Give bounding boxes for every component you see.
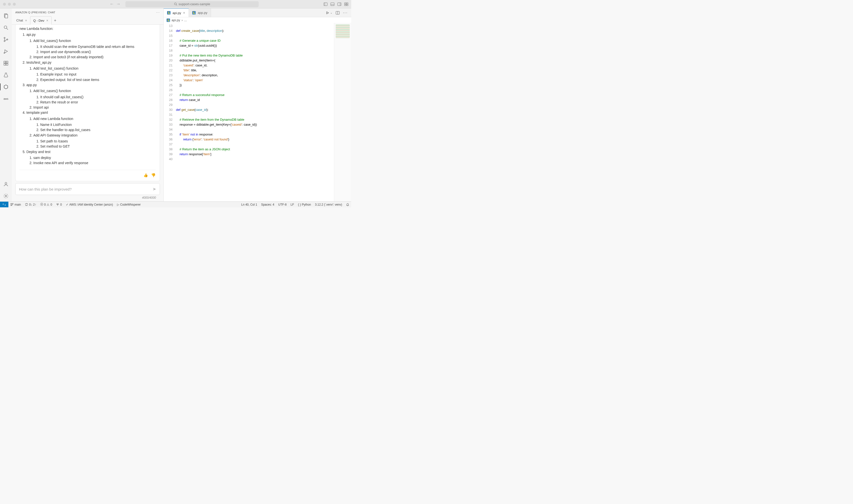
- editor-more-icon[interactable]: ···: [343, 11, 348, 15]
- plan-item: Add test_list_cases() functionExample in…: [33, 66, 156, 82]
- plan-item: Name it ListFunction: [40, 122, 156, 127]
- search-text: support-cases-sample: [179, 2, 210, 6]
- customize-layout-icon[interactable]: [344, 2, 348, 6]
- chevron-right-icon: ›: [182, 18, 183, 22]
- editor-tab-api[interactable]: 🐍 api.py ×: [164, 8, 189, 17]
- warning-icon: ⚠: [47, 203, 49, 206]
- status-bar: main 0↓ 2↑ ⓧ0 ⚠0 0 ✓ AWS: IAM Identity C…: [0, 201, 351, 207]
- chat-tab-label: Q - Dev: [33, 19, 44, 22]
- testing-icon[interactable]: [0, 70, 12, 80]
- minimap[interactable]: [334, 23, 351, 201]
- svg-point-26: [5, 182, 7, 184]
- thumbs-down-icon[interactable]: 👎: [151, 173, 156, 178]
- line-number-gutter: 1314151617181920212223242526272829303132…: [164, 23, 176, 201]
- editor-tab-app[interactable]: 🐍 app.py: [189, 8, 211, 17]
- chat-input-box[interactable]: ➤: [15, 183, 160, 195]
- plan-item: api.pyAdd list_cases() functionIt should…: [26, 32, 156, 59]
- chat-tab-label: Chat: [16, 19, 23, 22]
- git-branch-status[interactable]: main: [8, 203, 23, 206]
- plan-item: Add new Lambda functionName it ListFunct…: [33, 116, 156, 132]
- plan-item: Deploy and testsam deployInvoke new API …: [26, 149, 156, 166]
- remote-indicator[interactable]: [0, 202, 8, 208]
- plan-item: Set the handler to app.list_cases: [40, 127, 156, 132]
- close-icon[interactable]: ×: [46, 19, 48, 22]
- editor-actions: ⌄ ···: [326, 8, 351, 17]
- run-debug-icon[interactable]: [0, 46, 12, 57]
- toggle-primary-sidebar-icon[interactable]: [324, 2, 328, 6]
- eol-status[interactable]: LF: [289, 203, 296, 206]
- run-dropdown-icon[interactable]: ⌄: [330, 11, 332, 14]
- command-center-search[interactable]: support-cases-sample: [125, 1, 259, 7]
- aws-connection-status[interactable]: ✓ AWS: IAM Identity Center (amzn): [64, 203, 115, 206]
- run-button[interactable]: [326, 11, 329, 15]
- editor-tab-label: api.py: [173, 11, 181, 15]
- play-icon: ▷: [117, 203, 119, 206]
- sync-icon: [25, 203, 28, 206]
- minimize-window-button[interactable]: [8, 3, 11, 6]
- char-count: 4000/4000: [15, 195, 160, 199]
- svg-point-17: [4, 40, 5, 42]
- toggle-secondary-sidebar-icon[interactable]: [338, 2, 341, 6]
- svg-point-27: [5, 195, 7, 197]
- chat-message: new Lambda function: api.pyAdd list_case…: [15, 25, 160, 181]
- svg-rect-13: [5, 15, 8, 18]
- svg-point-32: [11, 205, 12, 205]
- send-icon[interactable]: ➤: [152, 186, 156, 192]
- indentation-status[interactable]: Spaces: 4: [259, 203, 276, 206]
- codewhisperer-status[interactable]: ▷ CodeWhisperer: [115, 203, 143, 206]
- svg-marker-28: [327, 12, 328, 14]
- python-interpreter[interactable]: 3.12.2 ('.venv': venv): [313, 203, 344, 206]
- close-icon[interactable]: ×: [183, 11, 185, 15]
- svg-line-15: [7, 29, 8, 30]
- chat-message-list[interactable]: new Lambda function: api.pyAdd list_case…: [12, 25, 163, 182]
- plan-item: Add API Gateway integrationSet path to /…: [33, 133, 156, 149]
- notifications-icon[interactable]: [344, 203, 351, 206]
- split-editor-icon[interactable]: [336, 11, 340, 15]
- title-bar: ← → support-cases-sample: [0, 0, 351, 8]
- code-editor[interactable]: 1314151617181920212223242526272829303132…: [164, 23, 351, 201]
- chat-tab-chat[interactable]: Chat ×: [13, 16, 30, 25]
- svg-point-20: [4, 53, 5, 54]
- python-file-icon: 🐍: [167, 19, 170, 22]
- encoding-status[interactable]: UTF-8: [276, 203, 289, 206]
- amazon-q-icon[interactable]: [0, 82, 12, 92]
- plan-item: sam deploy: [33, 155, 156, 160]
- chat-input-field[interactable]: [19, 187, 152, 191]
- svg-point-14: [4, 26, 7, 29]
- problems-status[interactable]: ⓧ0 ⚠0: [38, 202, 54, 206]
- chat-panel-more-icon[interactable]: ···: [156, 11, 160, 14]
- svg-point-34: [57, 204, 58, 204]
- close-icon[interactable]: ×: [25, 19, 27, 22]
- svg-rect-8: [345, 3, 346, 4]
- code-content[interactable]: def create_case(title, description): # G…: [176, 23, 334, 201]
- toggle-panel-icon[interactable]: [330, 2, 334, 6]
- svg-rect-6: [338, 3, 341, 6]
- chat-tabs: Chat × Q - Dev × +: [12, 16, 163, 25]
- close-window-button[interactable]: [3, 3, 6, 6]
- breadcrumb[interactable]: 🐍 api.py › ...: [164, 17, 351, 23]
- source-control-icon[interactable]: [0, 34, 12, 45]
- plan-item: Import and use dynamodb.scan(): [40, 49, 156, 54]
- extensions-icon[interactable]: [0, 58, 12, 69]
- ports-status[interactable]: 0: [54, 203, 64, 206]
- thumbs-up-icon[interactable]: 👍: [143, 173, 148, 178]
- language-mode[interactable]: { } Python: [296, 203, 313, 206]
- nav-forward-icon[interactable]: →: [116, 1, 121, 7]
- editor-tab-label: app.py: [198, 11, 207, 15]
- aws-toolkit-icon[interactable]: aws: [0, 93, 12, 104]
- svg-line-1: [176, 5, 177, 5]
- git-sync-status[interactable]: 0↓ 2↑: [23, 203, 38, 206]
- message-feedback: 👍 👎: [19, 170, 156, 178]
- cursor-position[interactable]: Ln 40, Col 1: [239, 203, 259, 206]
- chat-tab-qdev[interactable]: Q - Dev ×: [30, 16, 52, 25]
- accounts-icon[interactable]: [0, 179, 12, 190]
- settings-gear-icon[interactable]: [0, 191, 12, 201]
- nav-back-icon[interactable]: ←: [110, 1, 114, 7]
- add-chat-tab-button[interactable]: +: [52, 18, 59, 23]
- explorer-icon[interactable]: [0, 11, 12, 21]
- search-icon[interactable]: [0, 22, 12, 33]
- maximize-window-button[interactable]: [13, 3, 16, 6]
- svg-marker-19: [5, 50, 7, 53]
- svg-marker-25: [4, 85, 8, 89]
- plan-item: Import and use boto3 (if not already imp…: [33, 55, 156, 59]
